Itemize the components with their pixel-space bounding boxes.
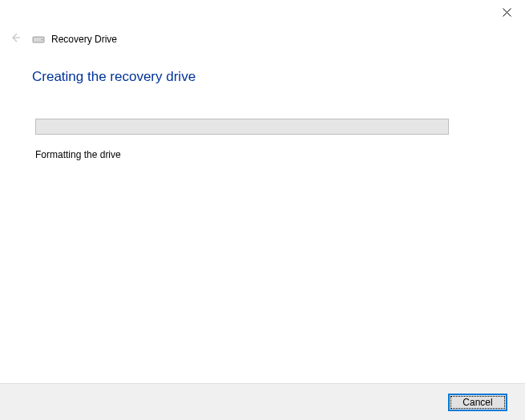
cancel-button[interactable]: Cancel [448,394,507,411]
close-icon [503,6,511,20]
page-heading: Creating the recovery drive [32,69,493,85]
back-arrow-icon [9,31,22,47]
header-row: Recovery Drive [8,32,117,46]
window-title: Recovery Drive [51,34,117,45]
progress-bar [35,119,449,135]
content-area: Creating the recovery drive Formatting t… [32,69,493,160]
footer: Cancel [0,383,525,420]
close-button[interactable] [489,1,525,25]
drive-icon [32,34,45,44]
status-text: Formatting the drive [35,149,493,160]
back-button [8,32,22,46]
svg-point-4 [42,39,43,41]
